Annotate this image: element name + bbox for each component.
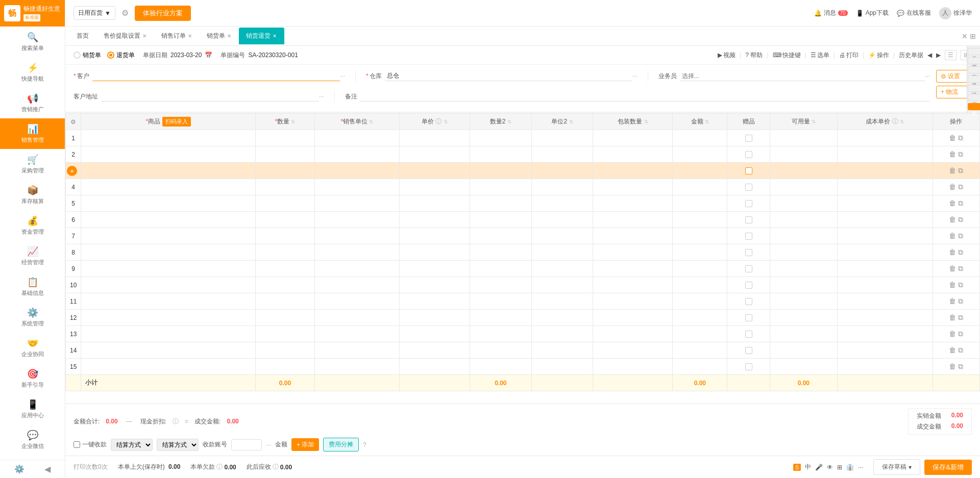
delete-row-icon[interactable]: 🗑 — [949, 346, 956, 355]
gift-checkbox[interactable] — [745, 314, 752, 321]
print-btn[interactable]: 🖨打印 — [839, 51, 859, 60]
table-settings-icon[interactable]: ⚙ — [70, 118, 76, 125]
gift-cell[interactable] — [727, 146, 770, 163]
save-draft-btn[interactable]: 保存草稿 ▾ — [873, 459, 920, 475]
im-icon-zh[interactable]: 中 — [805, 463, 811, 471]
cost-sort-icon[interactable]: ⇅ — [900, 119, 904, 124]
unit-price-sort-icon[interactable]: ⇅ — [444, 119, 448, 124]
next-doc-btn[interactable]: ▶ — [936, 52, 941, 59]
pack-qty-cell[interactable] — [593, 163, 673, 179]
quantity-cell[interactable] — [255, 146, 315, 163]
operate-btn[interactable]: ⚡操作 — [868, 51, 889, 60]
tab-sales-delivery-close[interactable]: ✕ — [227, 33, 231, 39]
gift-checkbox-active[interactable] — [745, 167, 752, 174]
sidebar-item-search[interactable]: 🔍 搜索菜单 — [0, 27, 65, 57]
unit-price-cell[interactable] — [399, 163, 470, 179]
tab-sales-delivery[interactable]: 销货单 ✕ — [200, 28, 239, 44]
amount-sort-icon[interactable]: ⇅ — [705, 119, 709, 124]
pack-qty-cell[interactable] — [593, 130, 673, 146]
unit-price-cell[interactable] — [399, 130, 470, 146]
im-icon-grid[interactable]: ⊞ — [837, 464, 842, 471]
video-btn[interactable]: ▶视频 — [718, 51, 736, 60]
industry-selector[interactable]: 日用百货 ▼ — [74, 6, 115, 20]
sidebar-settings-icon[interactable]: ⚙️ — [14, 464, 24, 474]
quick-panel-btn-7[interactable]: 橙 — [968, 103, 980, 110]
gift-checkbox[interactable] — [745, 200, 752, 207]
copy-row-icon[interactable]: ⧉ — [958, 166, 963, 175]
sales-unit-cell[interactable] — [315, 130, 400, 146]
available-sort-icon[interactable]: ⇅ — [812, 119, 816, 124]
settings-gear-icon[interactable]: ⚙ — [121, 8, 129, 18]
single-debt-info-icon[interactable]: ⓘ — [216, 463, 223, 471]
one-click-collect-check[interactable]: 一键收款 — [74, 440, 107, 449]
delete-row-icon[interactable]: 🗑 — [949, 134, 956, 142]
quick-panel-btn-5[interactable]: 链 — [968, 85, 980, 92]
fee-split-btn[interactable]: 费用分摊 — [323, 438, 359, 451]
calendar-icon[interactable]: 📅 — [205, 52, 212, 59]
gift-checkbox[interactable] — [745, 331, 752, 338]
radio-return[interactable]: 退货单 — [107, 51, 135, 60]
gift-checkbox[interactable] — [745, 184, 752, 191]
unit-price-cell[interactable] — [399, 146, 470, 163]
gift-checkbox[interactable] — [745, 233, 752, 240]
copy-row-icon[interactable]: ⧉ — [958, 313, 963, 322]
address-dots[interactable]: ··· — [319, 93, 324, 100]
sidebar-item-finance[interactable]: 💰 资金管理 — [0, 210, 65, 241]
unit-price-info-icon[interactable]: ⓘ — [435, 118, 442, 125]
copy-row-icon[interactable]: ⧉ — [958, 264, 963, 273]
quantity-cell[interactable] — [255, 130, 315, 146]
address-input[interactable] — [101, 92, 319, 102]
unit2-sort-icon[interactable]: ⇅ — [569, 119, 573, 124]
unit2-cell[interactable] — [531, 146, 593, 163]
product-cell-active[interactable] — [81, 163, 255, 179]
sales-unit-cell[interactable] — [315, 146, 400, 163]
delete-row-icon[interactable]: 🗑 — [949, 150, 956, 159]
unit2-cell[interactable] — [531, 163, 593, 179]
sidebar-collapse-icon[interactable]: ◀ — [44, 464, 51, 474]
tab-sales-return-close[interactable]: ✕ — [273, 33, 277, 39]
product-cell[interactable] — [81, 146, 255, 163]
copy-row-icon[interactable]: ⧉ — [958, 362, 963, 371]
sidebar-item-enterprise[interactable]: 🤝 企业协同 — [0, 333, 65, 363]
pack-sort-icon[interactable]: ⇅ — [644, 119, 648, 124]
copy-row-icon[interactable]: ⧉ — [958, 330, 963, 338]
gift-checkbox[interactable] — [745, 363, 752, 370]
sidebar-item-shortcut[interactable]: ⚡ 快捷导航 — [0, 57, 65, 88]
barcode-entry-btn[interactable]: 扫码录入 — [162, 117, 191, 127]
delete-row-icon[interactable]: 🗑 — [949, 166, 956, 175]
gift-checkbox[interactable] — [745, 298, 752, 305]
sidebar-item-appstore[interactable]: 📱 应用中心 — [0, 394, 65, 424]
sidebar-item-inventory[interactable]: 📦 库存核算 — [0, 180, 65, 210]
add-payment-btn[interactable]: + 添加 — [291, 438, 319, 451]
im-icon-shirt[interactable]: 👔 — [846, 464, 854, 471]
copy-row-icon[interactable]: ⧉ — [958, 281, 963, 289]
delete-row-icon[interactable]: 🗑 — [949, 362, 956, 371]
one-click-checkbox[interactable] — [74, 441, 80, 448]
copy-row-icon[interactable]: ⧉ — [958, 215, 963, 224]
gift-cell[interactable] — [727, 163, 770, 179]
tab-sales-order[interactable]: 销售订单 ✕ — [154, 28, 200, 44]
tab-close-all[interactable]: ✕ — [962, 32, 968, 40]
calculate-method-select[interactable]: 结算方式 — [157, 439, 199, 451]
delete-row-icon[interactable]: 🗑 — [949, 183, 956, 191]
tab-sales-order-close[interactable]: ✕ — [188, 33, 192, 39]
gift-checkbox[interactable] — [745, 282, 752, 289]
salesperson-input[interactable] — [680, 71, 925, 81]
doc-date-value[interactable]: 2023-03-20 — [170, 52, 202, 59]
tab-home[interactable]: 首页 — [69, 28, 96, 44]
im-icon-dots[interactable]: ··· — [858, 464, 863, 471]
payable-info-icon[interactable]: ⓘ — [273, 463, 279, 471]
tab-expand[interactable]: ⊞ — [970, 32, 976, 40]
gift-checkbox[interactable] — [745, 135, 752, 142]
copy-row-icon[interactable]: ⧉ — [958, 183, 963, 191]
add-row-btn[interactable]: + — [67, 166, 77, 176]
quick-panel-btn-1[interactable]: 单 — [968, 48, 980, 55]
im-icon-mic[interactable]: 🎤 — [815, 464, 823, 471]
history-btn[interactable]: 历史单据 — [899, 51, 923, 60]
shortcut-keys-btn[interactable]: ⌨快捷键 — [773, 51, 801, 60]
select-btn[interactable]: ☰选单 — [811, 51, 829, 60]
quick-panel-btn-6[interactable]: 房 — [968, 94, 980, 101]
copy-row-icon[interactable]: ⧉ — [958, 346, 963, 355]
copy-row-icon[interactable]: ⧉ — [958, 248, 963, 257]
notes-input[interactable] — [360, 92, 930, 102]
